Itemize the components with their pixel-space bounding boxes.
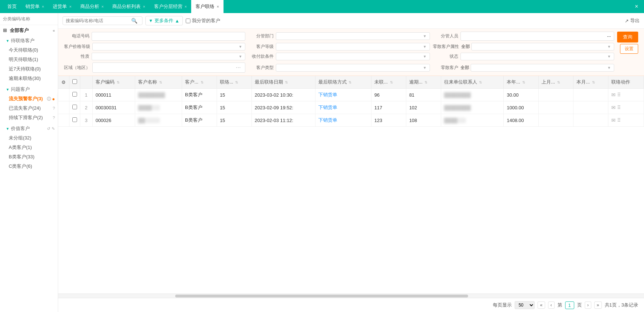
col-overdue-header[interactable]: 逾期... ⇅ [406, 76, 441, 89]
last-method-link-2[interactable]: 下销货单 [318, 105, 337, 110]
my-customers-checkbox[interactable] [186, 19, 190, 23]
filter-dept-select[interactable]: ▼ [276, 32, 430, 40]
col-last-method-header[interactable]: 最后联络方式 ⇅ [315, 76, 371, 89]
close-sales-tab-icon[interactable]: × [42, 4, 44, 9]
contact-icon-2[interactable]: ✉ [611, 105, 616, 110]
sort-icon-contact-num[interactable]: ⇅ [235, 80, 238, 84]
settings-button[interactable]: 设置 [620, 44, 638, 54]
close-purchase-tab-icon[interactable]: × [69, 4, 71, 9]
last-page-button[interactable]: » [594, 301, 602, 309]
close-customer-tier-tab-icon[interactable]: × [185, 4, 187, 9]
sort-icon-last-date[interactable]: ⇅ [285, 80, 288, 84]
more-action-icon-3[interactable]: ⠿ [617, 117, 621, 123]
sort-icon-type[interactable]: ⇅ [201, 80, 204, 84]
filter-region-select[interactable]: ··· [92, 62, 245, 73]
nav-tab-product-analysis[interactable]: 商品分析 × [76, 0, 108, 13]
sort-icon-this-year[interactable]: ⇅ [522, 80, 525, 84]
contact-icon-3[interactable]: ✉ [611, 117, 616, 123]
sidebar-item-ungrouped[interactable]: 未分组(32) [0, 133, 58, 143]
contact-icon-1[interactable]: ✉ [611, 92, 616, 98]
col-last-date-header[interactable]: 最后联络日期 ⇅ [251, 76, 315, 89]
filter-customer-type-select[interactable]: ▼ [276, 64, 430, 72]
sort-icon-unit-contact[interactable]: ⇅ [479, 80, 482, 84]
nav-tab-home[interactable]: 首页 [3, 0, 21, 13]
sidebar-item-tomorrow[interactable]: 明天待联络(1) [0, 55, 58, 64]
col-last-month-header[interactable]: 上月... ⇅ [539, 76, 573, 89]
close-product-analysis-tab-icon[interactable]: × [101, 4, 104, 9]
col-code-header[interactable]: 客户编码 ⇅ [92, 76, 135, 89]
filter-zero-attr-select[interactable]: ▼ [471, 43, 614, 50]
my-customers-checkbox-wrap[interactable]: 我分管的客户 [186, 17, 220, 24]
info-icon[interactable]: ⓘ [47, 96, 51, 102]
sidebar-item-class-c[interactable]: C类客户(6) [0, 162, 58, 171]
sort-icon-last-method[interactable]: ⇅ [349, 80, 351, 84]
col-this-month-header[interactable]: 本月... ⇅ [573, 76, 608, 89]
question-icon[interactable]: ? [53, 106, 55, 110]
row-checkbox-2[interactable] [72, 105, 77, 109]
nav-tab-customer-tier[interactable]: 客户分层经营 × [150, 0, 191, 13]
question-icon-2[interactable]: ? [53, 116, 55, 120]
sidebar-item-overdue[interactable]: 逾期未联络(30) [0, 74, 58, 83]
next-page-button[interactable]: › [585, 301, 591, 309]
nav-tab-product-list[interactable]: 商品分析列表 × [108, 0, 149, 13]
refresh-icon[interactable]: ↺ [47, 126, 50, 131]
query-button[interactable]: 查询 [617, 32, 638, 42]
sidebar-group-pending-title[interactable]: ▼ 待联络客户 [0, 36, 58, 45]
sort-icon-last-month[interactable]: ⇅ [557, 80, 560, 84]
col-not-contacted-header[interactable]: 未联... ⇅ [371, 76, 406, 89]
first-page-button[interactable]: « [538, 301, 545, 309]
export-button[interactable]: ↗ 导出 [625, 17, 640, 24]
nav-tab-sales[interactable]: 销货单 × [21, 0, 48, 13]
last-method-link-1[interactable]: 下销货单 [318, 92, 337, 97]
select-all-checkbox[interactable] [72, 79, 77, 84]
sidebar-item-churned[interactable]: 已流失客户(24) ? [0, 104, 58, 113]
filter-zero-customer-select[interactable]: ▼ [471, 64, 614, 72]
filter-payment-select[interactable]: ▼ [276, 53, 430, 60]
sort-icon-this-month[interactable]: ⇅ [592, 80, 595, 84]
close-product-list-tab-icon[interactable]: × [143, 4, 145, 9]
sidebar-group-value-title[interactable]: ▼ 价值客户 ↺ ✎ [0, 124, 58, 133]
close-customer-contact-tab-icon[interactable]: × [217, 4, 219, 9]
sidebar-search-input[interactable] [3, 16, 57, 21]
row-checkbox-3[interactable] [72, 117, 77, 122]
sidebar-item-declining[interactable]: 持续下滑客户(2) ? [0, 113, 58, 122]
filter-customer-level-select[interactable]: ▼ [276, 43, 430, 50]
per-page-select[interactable]: 50 100 200 [515, 301, 535, 309]
last-method-link-3[interactable]: 下销货单 [318, 117, 337, 123]
sidebar-item-7days[interactable]: 近7天待联络(0) [0, 64, 58, 74]
prev-page-button[interactable]: ‹ [548, 301, 555, 309]
nav-tab-customer-contact[interactable]: 客户联络 × [191, 0, 223, 13]
col-type-header[interactable]: 客户... ⇅ [182, 76, 217, 89]
sort-icon-code[interactable]: ⇅ [117, 80, 120, 84]
sort-icon-overdue[interactable]: ⇅ [424, 80, 427, 84]
horizontal-scrollbar[interactable] [58, 293, 644, 298]
col-name-header[interactable]: 客户名称 ⇅ [135, 76, 182, 89]
sidebar-group-problem-title[interactable]: ▼ 问题客户 [0, 85, 58, 94]
scrollbar-thumb[interactable] [175, 295, 468, 297]
table-settings-icon[interactable]: ⚙ [61, 80, 66, 85]
sidebar-item-today[interactable]: 今天待联络(0) [0, 45, 58, 55]
sidebar-item-class-b[interactable]: B类客户(33) [0, 152, 58, 162]
nav-tab-purchase[interactable]: 进货单 × [48, 0, 76, 13]
sidebar-collapse-icon[interactable]: « [53, 28, 55, 33]
more-conditions-button[interactable]: ▼ 更多条件 ▲ [145, 16, 183, 25]
filter-nature-select[interactable]: ▼ [92, 53, 245, 60]
sidebar-all-customers[interactable]: ⊞ 全部客户 « [0, 25, 58, 36]
filter-manager-select[interactable]: ··· [460, 32, 614, 41]
filter-phone-input[interactable] [92, 32, 245, 41]
col-this-year-header[interactable]: 本年... ⇅ [504, 76, 539, 89]
sort-icon-not-contacted[interactable]: ⇅ [390, 80, 393, 84]
col-contact-num-header[interactable]: 联络... ⇅ [217, 76, 251, 89]
sidebar-item-churn-warning[interactable]: 流失预警客户(3) ⓘ ● [0, 94, 58, 104]
col-unit-contact-header[interactable]: 往来单位联系人 ⇅ [441, 76, 504, 89]
row-checkbox-1[interactable] [72, 92, 77, 97]
search-icon[interactable]: 🔍 [131, 18, 137, 24]
sort-icon-name[interactable]: ⇅ [159, 80, 162, 84]
search-input[interactable] [66, 18, 131, 23]
more-action-icon-1[interactable]: ⠿ [617, 92, 621, 98]
filter-price-level-select[interactable]: ▼ [92, 43, 245, 50]
close-all-tabs-button[interactable]: × [632, 3, 641, 10]
more-icon[interactable]: ··· [234, 64, 242, 71]
edit-icon[interactable]: ✎ [52, 126, 55, 131]
sidebar-item-class-a[interactable]: A类客户(1) [0, 143, 58, 152]
